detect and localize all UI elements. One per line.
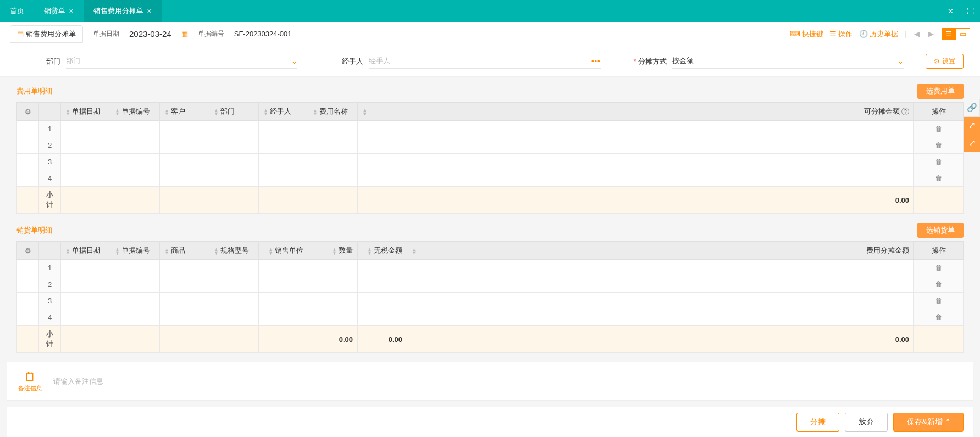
- field-alloc-method: 分摊方式 按金额 ⌄: [623, 54, 904, 69]
- sort-icon: ▲▼: [313, 109, 318, 115]
- calendar-icon[interactable]: ▦: [181, 30, 188, 38]
- col-spacer[interactable]: ▲▼: [358, 103, 859, 121]
- col-gear[interactable]: ⚙: [17, 242, 39, 260]
- handler-placeholder: 经手人: [369, 56, 390, 66]
- remark-label: 备注信息: [18, 385, 42, 391]
- gear-icon: ⚙: [25, 108, 31, 116]
- col-date[interactable]: ▲▼单据日期: [61, 242, 110, 260]
- delete-icon[interactable]: 🗑: [935, 158, 942, 166]
- subtotal-row: 小计0.000.000.00: [17, 326, 964, 353]
- select-fee-button[interactable]: 选费用单: [917, 84, 964, 99]
- chevron-down-icon: ⌄: [291, 57, 297, 65]
- col-unit[interactable]: ▲▼销售单位: [259, 242, 308, 260]
- app-tabbar: 首页 销货单 ✕ 销售费用分摊单 ✕ ✕ ⛶: [0, 0, 980, 22]
- delete-icon[interactable]: 🗑: [935, 313, 942, 322]
- col-alloc-amount[interactable]: 可分摊金额?: [859, 103, 914, 121]
- section-fee-detail: 费用单明细 选费用单 ⚙ ▲▼单据日期 ▲▼单据编号 ▲▼客户 ▲▼部门 ▲▼经…: [0, 77, 980, 216]
- remark-input[interactable]: [53, 374, 962, 389]
- docno-label: 单据编号: [198, 29, 224, 38]
- rownum: 3: [39, 154, 61, 170]
- history-icon: 🕘: [859, 30, 868, 38]
- close-icon[interactable]: ✕: [69, 8, 74, 15]
- gear-icon: ⚙: [25, 247, 31, 255]
- alloc-total: 0.00: [859, 326, 914, 353]
- fee-table: ⚙ ▲▼单据日期 ▲▼单据编号 ▲▼客户 ▲▼部门 ▲▼经手人 ▲▼费用名称 ▲…: [16, 102, 964, 214]
- sales-table: ⚙ ▲▼单据日期 ▲▼单据编号 ▲▼商品 ▲▼规格型号 ▲▼销售单位 ▲▼数量 …: [16, 241, 964, 353]
- delete-icon[interactable]: 🗑: [935, 297, 942, 305]
- col-docno[interactable]: ▲▼单据编号: [110, 242, 160, 260]
- expand-icon[interactable]: ⤢: [964, 117, 980, 134]
- side-rail: 🔗 ⤢ ⤢: [964, 99, 980, 152]
- sort-icon: ▲▼: [164, 109, 169, 115]
- method-select[interactable]: 按金额 ⌄: [672, 54, 904, 69]
- method-label: 分摊方式: [623, 57, 667, 67]
- col-handler[interactable]: ▲▼经手人: [259, 103, 308, 121]
- table-row[interactable]: 2🗑: [17, 137, 964, 154]
- doc-type-tab[interactable]: ▤ 销售费用分摊单: [10, 25, 83, 43]
- sort-icon: ▲▼: [214, 248, 219, 255]
- rownum: 1: [39, 260, 61, 276]
- handler-select[interactable]: 经手人 •••: [369, 54, 600, 69]
- allocate-button[interactable]: 分摊: [796, 413, 839, 432]
- attachment-icon[interactable]: 🔗: [964, 99, 980, 117]
- delete-icon[interactable]: 🗑: [935, 264, 942, 272]
- select-sales-button[interactable]: 选销货单: [917, 223, 964, 238]
- nav-prev-icon[interactable]: ◀: [913, 30, 921, 38]
- table-row[interactable]: 1🗑: [17, 260, 964, 276]
- document-icon: ▤: [17, 30, 24, 38]
- tab-home[interactable]: 首页: [0, 0, 34, 22]
- col-docno[interactable]: ▲▼单据编号: [110, 103, 160, 121]
- col-goods[interactable]: ▲▼商品: [160, 242, 209, 260]
- col-fee-name[interactable]: ▲▼费用名称: [308, 103, 358, 121]
- table-row[interactable]: 4🗑: [17, 309, 964, 326]
- qty-total: 0.00: [308, 326, 358, 353]
- delete-icon[interactable]: 🗑: [935, 174, 942, 182]
- footer-actions: 分摊 放弃 保存&新增 ˄: [7, 407, 973, 437]
- remark-icon: 🗒 备注信息: [18, 370, 42, 392]
- dept-select[interactable]: 部门 ⌄: [66, 54, 297, 69]
- keyboard-icon: ⌨: [790, 30, 800, 38]
- table-row[interactable]: 3🗑: [17, 293, 964, 309]
- ops-link[interactable]: ☰操作: [830, 29, 852, 39]
- col-date[interactable]: ▲▼单据日期: [61, 103, 110, 121]
- window-fullscreen-icon[interactable]: ⛶: [960, 0, 980, 22]
- settings-button[interactable]: ⚙ 设置: [926, 54, 964, 69]
- view-list-icon[interactable]: ☰: [942, 28, 956, 40]
- col-qty[interactable]: ▲▼数量: [308, 242, 358, 260]
- date-label: 单据日期: [93, 29, 119, 38]
- save-new-button[interactable]: 保存&新增 ˄: [893, 413, 964, 432]
- history-link[interactable]: 🕘历史单据: [859, 29, 898, 39]
- col-gear[interactable]: ⚙: [17, 103, 39, 121]
- delete-icon[interactable]: 🗑: [935, 125, 942, 133]
- tab-sales-fee-alloc[interactable]: 销售费用分摊单 ✕: [84, 0, 162, 22]
- tab-sales-order[interactable]: 销货单 ✕: [34, 0, 84, 22]
- sort-icon: ▲▼: [263, 109, 268, 115]
- date-value[interactable]: 2023-03-24: [129, 29, 171, 38]
- col-customer[interactable]: ▲▼客户: [160, 103, 209, 121]
- view-grid-icon[interactable]: ▭: [956, 28, 970, 40]
- table-row[interactable]: 3🗑: [17, 154, 964, 170]
- col-spacer[interactable]: ▲▼: [407, 242, 859, 260]
- section-sales-detail: 销货单明细 选销货单 ⚙ ▲▼单据日期 ▲▼单据编号 ▲▼商品 ▲▼规格型号 ▲…: [0, 216, 980, 355]
- close-icon[interactable]: ✕: [147, 8, 152, 15]
- table-row[interactable]: 1🗑: [17, 121, 964, 137]
- col-dept[interactable]: ▲▼部门: [209, 103, 259, 121]
- delete-icon[interactable]: 🗑: [935, 141, 942, 150]
- col-notax[interactable]: ▲▼无税金额: [358, 242, 407, 260]
- shortcut-link[interactable]: ⌨快捷键: [790, 29, 823, 39]
- window-close-icon[interactable]: ✕: [940, 0, 960, 22]
- delete-icon[interactable]: 🗑: [935, 280, 942, 289]
- rownum: 4: [39, 170, 61, 187]
- nav-next-icon[interactable]: ▶: [927, 30, 935, 38]
- expand2-icon[interactable]: ⤢: [964, 134, 980, 152]
- table-row[interactable]: 4🗑: [17, 170, 964, 187]
- remark-panel: 🗒 备注信息: [7, 362, 973, 401]
- col-alloc[interactable]: 费用分摊金额: [859, 242, 914, 260]
- col-spec[interactable]: ▲▼规格型号: [209, 242, 259, 260]
- tab-label: 销售费用分摊单: [93, 6, 143, 16]
- help-icon[interactable]: ?: [901, 108, 909, 115]
- subtotal-label: 小计: [39, 326, 61, 353]
- table-row[interactable]: 2🗑: [17, 276, 964, 293]
- rownum: 1: [39, 121, 61, 137]
- discard-button[interactable]: 放弃: [845, 413, 888, 432]
